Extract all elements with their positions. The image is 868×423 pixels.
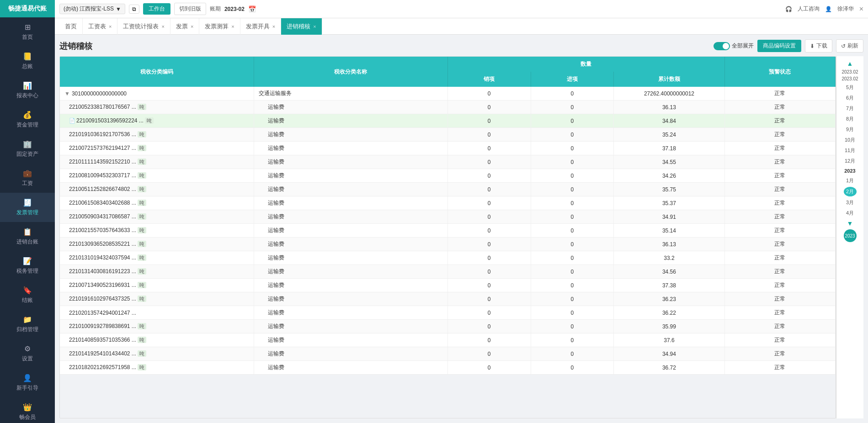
month-item-12月[interactable]: 12月 <box>844 156 857 166</box>
sidebar-item-fund[interactable]: 💰资金管理 <box>0 105 55 134</box>
tab-close-icon[interactable]: × <box>191 24 193 29</box>
table-row: 22100511252826674802 ... 吨 运输费 0 0 35.75… <box>60 183 836 196</box>
cell-cumulative: 35.37 <box>614 196 724 210</box>
sidebar-item-ledger[interactable]: 📒总账 <box>0 47 55 76</box>
cell-purchase: 0 <box>531 142 614 155</box>
expand-toggle[interactable]: 全部展开 <box>714 42 754 50</box>
sidebar-item-settings[interactable]: ⚙设置 <box>0 339 55 368</box>
month-item-3月[interactable]: 3月 <box>844 197 857 208</box>
cell-name-label: 运输费 <box>259 131 284 137</box>
scroll-up-icon[interactable]: ▲ <box>846 58 855 69</box>
calendar-icon[interactable]: 📅 <box>248 5 256 13</box>
unit-tag: 吨 <box>138 159 146 165</box>
data-table-wrapper[interactable]: 税收分类编码 税收分类名称 数量 预警状态 销项 进项 累计数额 <box>59 56 836 418</box>
month-item-11月[interactable]: 11月 <box>844 145 857 156</box>
cell-name: 运输费 <box>254 210 447 224</box>
sidebar-item-invoice-mgmt[interactable]: 🧾发票管理 <box>0 193 55 222</box>
invoice-no: 22101309365208535221 ... <box>69 241 136 247</box>
support-label[interactable]: 人工咨询 <box>798 5 820 13</box>
tab-invoice-calc[interactable]: 发票测算 × <box>199 18 240 35</box>
tab-home[interactable]: 首页 <box>59 18 83 35</box>
current-year-badge[interactable]: 2023 <box>844 229 857 242</box>
tab-close-icon[interactable]: × <box>161 24 164 29</box>
invoice-no: 22101910361921707536 ... <box>69 131 136 137</box>
cell-sales: 0 <box>447 265 531 279</box>
cell-purchase: 0 <box>531 265 614 279</box>
tab-close-icon[interactable]: × <box>109 24 112 29</box>
sidebar-item-assets[interactable]: 🏢固定资产 <box>0 134 55 164</box>
unit-tag: 吨 <box>138 213 146 220</box>
cell-name: 运输费 <box>254 306 447 320</box>
product-code-button[interactable]: 商品编码设置 <box>757 40 801 52</box>
tab-close-icon[interactable]: × <box>231 24 234 29</box>
download-button[interactable]: ⬇ 下载 <box>805 39 832 53</box>
month-item-10月[interactable]: 10月 <box>844 135 857 145</box>
cell-status: 正常 <box>724 100 835 114</box>
workspace-button[interactable]: 工作台 <box>143 3 170 15</box>
cell-status: 正常 <box>724 265 835 279</box>
sidebar-item-settlement[interactable]: 🔖结账 <box>0 280 55 310</box>
tab-invoice[interactable]: 发票 × <box>170 18 199 35</box>
cell-purchase: 0 <box>531 361 614 375</box>
cell-purchase: 0 <box>531 279 614 292</box>
refresh-button[interactable]: ↺ 刷新 <box>836 39 863 53</box>
close-icon[interactable]: × <box>859 5 863 13</box>
month-item-6月[interactable]: 6月 <box>844 93 857 103</box>
cell-name: 运输费 <box>254 142 447 155</box>
cell-name: 运输费 <box>254 238 447 251</box>
sidebar-item-member[interactable]: 👑畅会员 <box>0 397 55 423</box>
cell-purchase: 0 <box>531 210 614 224</box>
cell-purchase: 0 <box>531 155 614 169</box>
unit-tag: 吨 <box>138 282 146 288</box>
copy-button[interactable]: ⧉ <box>129 5 139 14</box>
back-button[interactable]: 切到旧版 <box>174 3 206 15</box>
cell-status: 正常 <box>724 114 835 128</box>
guide-icon: 👤 <box>23 374 32 382</box>
cell-cumulative: 36.22 <box>614 306 724 320</box>
toggle-switch[interactable] <box>714 42 730 50</box>
cell-purchase: 0 <box>531 251 614 265</box>
cell-code: 22100523381780176567 ... 吨 <box>60 100 254 114</box>
tab-invoice-open[interactable]: 发票开具 × <box>240 18 281 35</box>
tab-salary-stats[interactable]: 工资统计报表 × <box>117 18 170 35</box>
user-name[interactable]: 徐泽华 <box>837 5 854 13</box>
scroll-down-icon[interactable]: ▼ <box>846 218 855 228</box>
cell-name-label: 运输费 <box>259 296 284 302</box>
cell-cumulative: 37.18 <box>614 142 724 155</box>
month-item-9月[interactable]: 9月 <box>844 124 857 135</box>
sidebar-item-purchase-sales[interactable]: 📋进销台账 <box>0 222 55 251</box>
table-row: 22100810094532303717 ... 吨 运输费 0 0 34.26… <box>60 169 836 183</box>
month-item-7月[interactable]: 7月 <box>844 103 857 114</box>
ledger-icon: 📒 <box>23 52 32 61</box>
cell-sales: 0 <box>447 169 531 183</box>
month-item-2月[interactable]: 2月 <box>844 187 857 196</box>
cell-name-label: 运输费 <box>259 104 284 110</box>
tab-close-icon[interactable]: × <box>272 24 275 29</box>
month-item-5月[interactable]: 5月 <box>844 82 857 93</box>
sidebar-item-guide[interactable]: 👤新手引导 <box>0 368 55 397</box>
month-item-4月[interactable]: 4月 <box>844 208 857 218</box>
tab-invoice-reconcile[interactable]: 进销稽核 × <box>281 18 322 35</box>
cell-name: 运输费 <box>254 114 447 128</box>
sidebar-item-label: 结账 <box>22 296 33 304</box>
sidebar-item-salary[interactable]: 💼工资 <box>0 164 55 193</box>
company-selector[interactable]: (勿动) 江西报宝-LSS ▼ <box>59 4 125 14</box>
unit-tag: 吨 <box>138 131 146 137</box>
sidebar-item-report[interactable]: 📊报表中心 <box>0 76 55 105</box>
month-item-1月[interactable]: 1月 <box>844 175 857 186</box>
table-row: 22100721573762194127 ... 吨 运输费 0 0 37.18… <box>60 142 836 155</box>
table-row: 22101111143592152210 ... 吨 运输费 0 0 34.55… <box>60 155 836 169</box>
tab-salary[interactable]: 工资表 × <box>83 18 117 35</box>
sidebar-item-archive[interactable]: 📁归档管理 <box>0 310 55 339</box>
cell-status: 正常 <box>724 210 835 224</box>
period-label: 账期 <box>210 5 221 13</box>
month-item-8月[interactable]: 8月 <box>844 114 857 124</box>
th-sales: 销项 <box>447 72 531 87</box>
invoice-no: 22101408593571035366 ... <box>69 337 136 343</box>
tab-close-icon[interactable]: × <box>313 24 316 29</box>
cell-code: ▼301000000000000000 <box>60 87 254 100</box>
sidebar-item-label: 首页 <box>22 33 33 41</box>
sidebar-item-home[interactable]: ⊞首页 <box>0 17 55 47</box>
sidebar-item-tax[interactable]: 📝税务管理 <box>0 251 55 280</box>
cell-name: 运输费 <box>254 155 447 169</box>
